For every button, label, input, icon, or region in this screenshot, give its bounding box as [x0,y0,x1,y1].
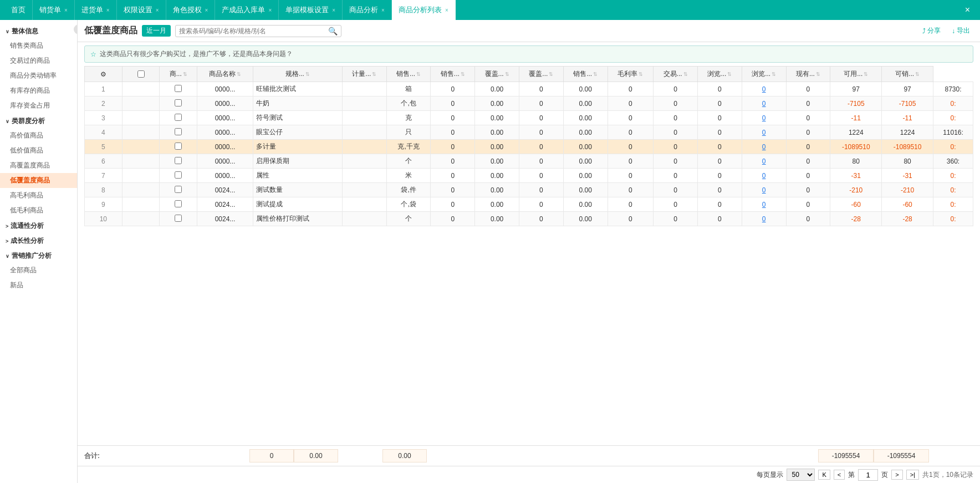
col-name[interactable]: 商品名称⇅ [197,67,253,82]
col-unit[interactable]: 计量...⇅ [342,67,386,82]
row-checkbox[interactable] [160,82,197,96]
share-button[interactable]: ⤴ 分享 [919,24,944,37]
row-select-checkbox[interactable] [175,85,182,92]
col-code[interactable]: 商...⇅ [160,67,197,82]
sidebar-item-category-rate[interactable]: 商品分类动销率 [0,68,77,83]
row-select-checkbox[interactable] [175,200,182,207]
nav-product-analysis[interactable]: 商品分析 × [343,0,392,20]
close-icon[interactable]: × [445,7,448,13]
col-sales-qty[interactable]: 销售...⇅ [386,67,431,82]
nav-sales-order[interactable]: 销货单 × [33,0,75,20]
row-checkbox[interactable] [160,197,197,212]
row-view1[interactable]: 0 [742,82,786,96]
row-select-checkbox[interactable] [175,171,182,179]
col-sales3[interactable]: 销售...⇅ [563,67,608,82]
row-select-checkbox[interactable] [175,215,182,222]
row-checkbox[interactable] [160,212,197,226]
sidebar-group-marketing[interactable]: ∨ 营销推广分析 [0,248,77,263]
close-icon[interactable]: × [156,7,159,13]
col-cover2[interactable]: 覆盖...⇅ [519,67,563,82]
sidebar-item-high-coverage[interactable]: 高覆盖度商品 [0,158,77,173]
close-icon[interactable]: × [64,7,68,13]
row-checkbox[interactable] [160,154,197,169]
nav-purchase-order[interactable]: 进货单 × [75,0,117,20]
row-view1[interactable]: 0 [742,169,786,183]
row-checkbox[interactable] [160,140,197,154]
col-checkbox[interactable] [122,67,160,82]
row-checkbox[interactable] [160,169,197,183]
nav-product-inbound[interactable]: 产成品入库单 × [215,0,279,20]
close-icon[interactable]: × [332,7,335,13]
row-checkbox[interactable] [160,96,197,111]
col-sellable[interactable]: 可销...⇅ [882,67,933,82]
sidebar-group-growth[interactable]: > 成长性分析 [0,233,77,248]
sidebar-item-sales-goods[interactable]: 销售类商品 [0,38,77,53]
row-view1[interactable]: 0 [742,125,786,140]
sidebar-item-high-value[interactable]: 高价值商品 [0,128,77,143]
sidebar-item-low-margin[interactable]: 低毛利商品 [0,203,77,218]
sidebar-item-low-value[interactable]: 低价值商品 [0,143,77,158]
search-input[interactable] [179,27,328,35]
next-page-button[interactable]: > [891,470,902,480]
row-sales-amt: 0.00 [475,140,519,154]
sidebar-item-new-goods[interactable]: 新品 [0,278,77,293]
nav-role-auth[interactable]: 角色授权 × [166,0,216,20]
col-view1[interactable]: 浏览...⇅ [698,67,742,82]
row-view1[interactable]: 0 [742,212,786,226]
close-icon[interactable]: × [205,7,208,13]
row-select-checkbox[interactable] [175,143,182,150]
page-number-input[interactable] [858,469,878,481]
row-checkbox[interactable] [160,111,197,125]
col-sales-amt[interactable]: 销售...⇅ [431,67,475,82]
row-select-checkbox[interactable] [175,99,182,106]
sidebar-item-stock-capital[interactable]: 库存资金占用 [0,98,77,113]
last-page-button[interactable]: >| [906,470,919,480]
select-all-checkbox[interactable] [137,70,145,78]
col-trade[interactable]: 交易...⇅ [654,67,698,82]
first-page-button[interactable]: K [818,470,830,480]
close-icon[interactable]: × [381,7,385,13]
nav-permissions[interactable]: 权限设置 × [117,0,166,20]
row-checkbox[interactable] [160,183,197,197]
col-gross[interactable]: 毛利率⇅ [608,67,654,82]
sidebar-item-low-coverage[interactable]: 低覆盖度商品 [0,173,77,188]
sidebar-group-cluster[interactable]: ∨ 类群度分析 [0,113,77,128]
col-cover1[interactable]: 覆盖...⇅ [475,67,519,82]
row-select-checkbox[interactable] [175,114,182,121]
nav-product-analysis-list[interactable]: 商品分析列表 × [392,0,456,20]
col-avail[interactable]: 可用...⇅ [830,67,882,82]
footer-sales-qty: 0 [249,449,294,462]
sidebar-group-liquidity[interactable]: > 流通性分析 [0,218,77,233]
prev-page-button[interactable]: < [834,470,845,480]
sidebar-item-all-goods[interactable]: 全部商品 [0,263,77,278]
col-setting[interactable]: ⚙ [85,67,122,82]
row-view1[interactable]: 0 [742,111,786,125]
sidebar-item-traded-goods[interactable]: 交易过的商品 [0,53,77,68]
sidebar-group-overall[interactable]: ∨ 整体信息 [0,23,77,38]
nav-template-settings[interactable]: 单据模板设置 × [279,0,343,20]
row-select-checkbox[interactable] [175,186,182,193]
row-view1[interactable]: 0 [742,140,786,154]
col-view2[interactable]: 浏览...⇅ [742,67,786,82]
row-view1[interactable]: 0 [742,154,786,169]
col-spec[interactable]: 规格...⇅ [253,67,342,82]
per-page-select[interactable]: 50 20 100 [787,469,815,481]
close-icon[interactable]: × [106,7,110,13]
row-view2: 0 [786,140,830,154]
export-button[interactable]: ↓ 导出 [948,24,973,37]
sidebar-item-high-margin[interactable]: 高毛利商品 [0,188,77,203]
row-view1[interactable]: 0 [742,197,786,212]
search-icon[interactable]: 🔍 [328,27,338,35]
time-badge[interactable]: 近一月 [142,25,171,37]
nav-home[interactable]: 首页 [4,0,33,20]
sidebar-item-stocked-goods[interactable]: 有库存的商品 [0,83,77,98]
row-select-checkbox[interactable] [175,128,182,135]
col-current[interactable]: 现有...⇅ [786,67,830,82]
row-checkbox[interactable] [160,125,197,140]
row-select-checkbox[interactable] [175,157,182,164]
row-view1[interactable]: 0 [742,183,786,197]
table-container[interactable]: ⚙ 商...⇅ 商品名称⇅ 规格...⇅ 计量...⇅ 销售...⇅ 销售...… [84,66,973,445]
window-close-button[interactable]: × [959,5,976,15]
close-icon[interactable]: × [268,7,272,13]
row-view1[interactable]: 0 [742,96,786,111]
